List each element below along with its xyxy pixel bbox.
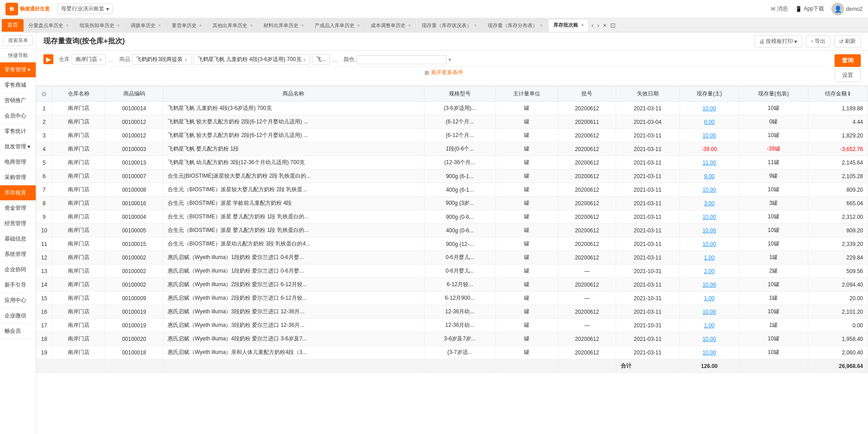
sidebar-item-marketing[interactable]: 营销推广 [0, 93, 36, 108]
td-qty-main[interactable]: 10.00 [679, 102, 739, 115]
sidebar-item-guide[interactable]: 新手引导 [0, 278, 36, 293]
expand-filter-btn[interactable]: ▶ [43, 54, 53, 64]
expand-btn[interactable]: 展开更多条件 [431, 69, 463, 76]
tab-disassemble-history[interactable]: 组装拆卸单历史 × [75, 19, 125, 32]
td-qty-main[interactable]: 9.00 [679, 170, 739, 183]
td-qty-main[interactable]: 10.00 [679, 346, 739, 359]
tab-inventory-dist[interactable]: 现存量（库存分布表） × [483, 19, 548, 32]
td-qty-main[interactable]: 1.00 [679, 319, 739, 332]
tab-product-in[interactable]: 产成品入库单历史 × [310, 19, 365, 32]
table-container: ⚙ 仓库名称 商品编码 商品名称 规格型号 主计量单位 批号 失效日期 现存量(… [36, 86, 868, 434]
export-btn[interactable]: ↑ 导出 [806, 35, 830, 47]
td-qty-main[interactable]: 1.00 [679, 251, 739, 264]
tab-prev-btn[interactable]: ‹ [590, 22, 595, 29]
remove-product-tag-icon[interactable]: × [184, 57, 187, 62]
td-qty-main[interactable]: 10.00 [679, 183, 739, 197]
sidebar-item-purchase[interactable]: 采购管理 [0, 170, 36, 185]
td-warehouse: 南岸门店 [52, 332, 105, 346]
tab-close-icon[interactable]: × [199, 23, 202, 28]
td-qty-main[interactable]: 10.00 [679, 210, 739, 224]
search-btn[interactable]: 搜索英单 [3, 35, 33, 46]
more-icon[interactable]: … [108, 56, 114, 63]
sidebar-item-basic[interactable]: 基础信息 [0, 231, 36, 247]
sidebar-item-retail[interactable]: 零售管理 ▼ [0, 62, 36, 78]
tab-material-out[interactable]: 材料出库单历史 × [259, 19, 309, 32]
gear-icon[interactable]: ⚙ [41, 90, 47, 98]
td-expire: 2021-03-11 [616, 170, 679, 183]
sidebar-item-inventory[interactable]: 库存核算 [0, 185, 36, 201]
td-qty-main[interactable]: 11.00 [679, 156, 739, 170]
td-qty-main[interactable]: 10.00 [679, 332, 739, 346]
sidebar-item-apps[interactable]: 应用中心 [0, 293, 36, 308]
sidebar-item-enterprise[interactable]: 企业协同 [0, 262, 36, 278]
td-name: 惠氏启赋（Wyeth illuma）4段奶粉 爱尔兰进口 3-6岁及7... [163, 332, 424, 346]
tab-split-history[interactable]: 分量盘点单历史 × [24, 19, 74, 32]
print-btn[interactable]: 🖨 按模板打印 ▾ [754, 35, 802, 47]
sidebar-item-retail-store[interactable]: 零售商城 [0, 78, 36, 93]
tab-cost-adjust[interactable]: 成本调整单历史 × [366, 19, 416, 32]
tab-inventory-status[interactable]: 现存量（库存状况表） × [417, 19, 482, 32]
industry-select[interactable]: 母婴行业演示账套 ▾ [57, 4, 113, 14]
td-warehouse: 南岸门店 [52, 115, 105, 129]
tab-close-icon[interactable]: × [357, 23, 360, 28]
color-expand-icon[interactable]: ▾ [448, 57, 451, 63]
tab-request-history[interactable]: 要货单历史 × [167, 19, 207, 32]
more-products-icon[interactable]: … [332, 56, 338, 63]
sidebar-item-ecommerce[interactable]: 电商管理 [0, 155, 36, 170]
sidebar-item-system[interactable]: 系统管理 [0, 247, 36, 262]
quick-nav-btn[interactable]: 快捷导航 [0, 51, 36, 60]
tab-close-icon[interactable]: × [474, 23, 477, 28]
message-btn[interactable]: ✉ 消息 [771, 5, 788, 13]
td-qty-main[interactable]: 0.00 [679, 115, 739, 129]
tab-close-all-btn[interactable]: × [601, 22, 609, 29]
td-qty-main[interactable]: 2.00 [679, 264, 739, 278]
sidebar-item-member[interactable]: 会员中心 [0, 108, 36, 124]
sidebar-item-wholesale[interactable]: 批发管理 ▼ [0, 139, 36, 155]
sidebar-item-wechat[interactable]: 企业微信 [0, 308, 36, 324]
td-batch: 20200612 [558, 346, 616, 359]
td-expire: 2021-03-11 [616, 142, 679, 156]
td-qty-main[interactable]: 10.00 [679, 305, 739, 319]
td-code: 00100015 [105, 237, 163, 251]
tab-next-btn[interactable]: › [595, 22, 601, 29]
td-code: 00100012 [105, 115, 163, 129]
tab-close-icon[interactable]: × [408, 23, 411, 28]
query-btn[interactable]: 查询 [835, 54, 861, 67]
tab-close-icon[interactable]: × [250, 23, 253, 28]
tab-menu-btn[interactable]: ⊡ [609, 22, 618, 29]
td-qty-main[interactable]: 10.00 [679, 129, 739, 142]
tab-close-icon[interactable]: × [158, 23, 161, 28]
tab-home[interactable]: 首页 [2, 19, 24, 32]
sidebar-item-retail-stat[interactable]: 零售统计 [0, 124, 36, 139]
color-input[interactable] [356, 55, 447, 64]
td-batch: 20200612 [558, 251, 616, 264]
refresh-btn[interactable]: ↺ 刷新 [834, 35, 861, 47]
td-qty-main[interactable]: 3.00 [679, 197, 739, 210]
tab-close-icon[interactable]: × [581, 23, 584, 28]
set-btn[interactable]: 设置 [835, 69, 861, 82]
td-qty-main[interactable]: 1.00 [679, 292, 739, 305]
tab-batch-account[interactable]: 库存批次账 × [548, 19, 589, 32]
user-area[interactable]: 👤 demo2 [831, 3, 863, 15]
sidebar-item-finance[interactable]: 资金管理 [0, 201, 36, 216]
td-qty-main[interactable]: 10.00 [679, 224, 739, 237]
remove-product-tag-icon[interactable]: × [303, 57, 306, 62]
product-tag-2[interactable]: 飞... [312, 54, 330, 65]
tab-close-icon[interactable]: × [117, 23, 120, 28]
product-tag-0[interactable]: 飞鹤奶粉3段两提装 × [132, 54, 191, 65]
sidebar-item-changyuanyuan[interactable]: 畅会员 [0, 324, 36, 339]
sidebar-item-business[interactable]: 经营管理 [0, 216, 36, 231]
warehouse-tag[interactable]: 南岸门店 × [71, 54, 106, 65]
product-tag-1[interactable]: 飞鹤星飞帆 儿童奶粉 4段(3-6岁适用) 700克 × [193, 54, 310, 65]
td-qty-main[interactable]: 10.00 [679, 278, 739, 292]
tab-pick-history[interactable]: 调拨单历史 × [126, 19, 166, 32]
td-qty-main[interactable]: 10.00 [679, 237, 739, 251]
tab-other-out-history[interactable]: 其他出库单历史 × [208, 19, 258, 32]
tab-close-icon[interactable]: × [540, 23, 543, 28]
tab-close-icon[interactable]: × [66, 23, 69, 28]
app-download-btn[interactable]: 📱 App下载 [795, 5, 824, 13]
td-qty-main[interactable]: -39.00 [679, 142, 739, 156]
remove-warehouse-icon[interactable]: × [99, 57, 102, 62]
table-row: 14南岸门店00100002惠氏启赋（Wyeth illuma）2段奶粉 爱尔兰… [37, 278, 868, 292]
tab-close-icon[interactable]: × [301, 23, 304, 28]
